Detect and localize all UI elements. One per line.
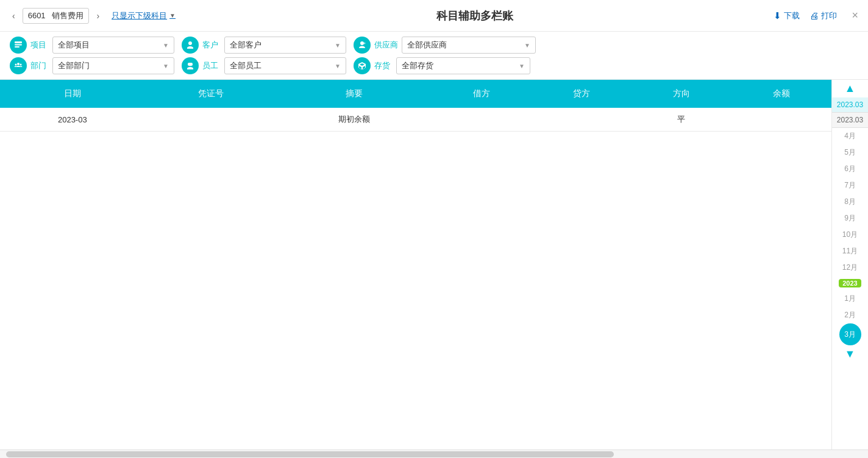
timeline-6[interactable]: 6月 — [832, 161, 868, 177]
svg-point-6 — [15, 64, 17, 66]
account-code-box: 6601 销售费用 — [23, 8, 90, 24]
employee-select[interactable]: 全部员工 ▼ — [224, 57, 346, 74]
customer-chevron-icon: ▼ — [335, 42, 341, 49]
svg-rect-0 — [15, 41, 22, 43]
table-area[interactable]: 日期 凭证号 摘要 借方 贷方 方向 余额 2023-03 期初余额 — [0, 80, 831, 449]
customer-value: 全部客户 — [230, 40, 332, 51]
employee-label: 员工 — [202, 60, 221, 71]
cell-direction: 平 — [631, 108, 731, 132]
filter-row-2: 部门 全部部门 ▼ 员工 全部员工 ▼ — [10, 57, 858, 74]
dept-icon — [10, 57, 27, 74]
cell-summary: 期初余额 — [277, 108, 432, 132]
supplier-select[interactable]: 全部供应商 ▼ — [402, 37, 536, 54]
dept-select[interactable]: 全部部门 ▼ — [52, 57, 174, 74]
account-code: 6601 销售费用 — [23, 8, 90, 24]
svg-rect-2 — [15, 46, 20, 48]
sidebar-down-btn[interactable]: ▼ — [832, 345, 868, 363]
period-header-2023-03-1[interactable]: 2023.03 — [832, 97, 868, 113]
project-label: 项目 — [30, 40, 49, 51]
show-sub-label: 只显示下级科目 — [112, 10, 167, 21]
print-label: 打印 — [821, 10, 837, 21]
table-row: 2023-03 期初余额 平 — [0, 108, 831, 132]
col-balance: 余额 — [731, 80, 831, 108]
customer-select[interactable]: 全部客户 ▼ — [224, 37, 346, 54]
main-content: 日期 凭证号 摘要 借方 贷方 方向 余额 2023-03 期初余额 — [0, 80, 868, 449]
svg-rect-1 — [15, 44, 22, 46]
svg-point-7 — [20, 64, 22, 66]
employee-value: 全部员工 — [230, 60, 332, 71]
project-select[interactable]: 全部项目 ▼ — [52, 37, 174, 54]
year-badge-label: 2023 — [839, 279, 861, 287]
bottom-scroll-thumb — [6, 451, 614, 457]
project-value: 全部项目 — [58, 40, 160, 51]
col-direction: 方向 — [631, 80, 731, 108]
inventory-value: 全部存货 — [402, 60, 516, 71]
col-credit: 贷方 — [532, 80, 631, 108]
main-window: ‹ 6601 销售费用 › 只显示下级科目 ▼ 科目辅助多栏账 ⬇ 下载 🖨 打… — [0, 0, 868, 458]
timeline-9[interactable]: 9月 — [832, 210, 868, 227]
inventory-select[interactable]: 全部存货 ▼ — [396, 57, 530, 74]
timeline-10[interactable]: 10月 — [832, 227, 868, 243]
customer-icon — [182, 37, 199, 54]
svg-rect-9 — [189, 65, 191, 66]
period-header-2023-03-2[interactable]: 2023.03 — [832, 113, 868, 128]
filter-dept: 部门 全部部门 ▼ — [10, 57, 174, 74]
supplier-chevron-icon: ▼ — [524, 42, 530, 49]
download-btn[interactable]: ⬇ 下载 — [774, 10, 800, 21]
col-summary: 摘要 — [277, 80, 432, 108]
show-sub-chevron-icon: ▼ — [169, 12, 176, 19]
project-icon — [10, 37, 27, 54]
filter-inventory: 存货 全部存货 ▼ — [354, 57, 530, 74]
print-btn[interactable]: 🖨 打印 — [809, 10, 837, 21]
bottom-scrollbar[interactable] — [0, 449, 868, 458]
filter-employee: 员工 全部员工 ▼ — [182, 57, 346, 74]
show-sub-dropdown[interactable]: 只显示下级科目 ▼ — [112, 10, 176, 21]
download-label: 下载 — [784, 10, 800, 21]
dept-label: 部门 — [30, 60, 49, 71]
supplier-value: 全部供应商 — [407, 40, 522, 51]
timeline-12[interactable]: 12月 — [832, 259, 868, 276]
close-btn[interactable]: × — [852, 9, 858, 22]
timeline-1[interactable]: 1月 — [832, 291, 868, 307]
supplier-label: 供应商 — [374, 40, 398, 51]
prev-account-btn[interactable]: ‹ — [10, 10, 18, 22]
cell-date: 2023-03 — [0, 108, 145, 132]
employee-icon — [182, 57, 199, 74]
col-debit: 借方 — [432, 80, 532, 108]
download-icon: ⬇ — [774, 10, 781, 21]
next-account-btn[interactable]: › — [94, 10, 102, 22]
customer-label: 客户 — [202, 40, 221, 51]
sidebar-up-btn[interactable]: ▲ — [832, 80, 868, 97]
print-icon: 🖨 — [809, 10, 819, 21]
page-title: 科目辅助多栏账 — [180, 9, 769, 23]
dept-chevron-icon: ▼ — [163, 63, 169, 69]
inventory-icon — [354, 57, 371, 74]
cell-voucher — [145, 108, 277, 132]
timeline-3-wrap: 3月 — [832, 323, 868, 345]
svg-point-5 — [17, 63, 20, 65]
top-bar: ‹ 6601 销售费用 › 只显示下级科目 ▼ 科目辅助多栏账 ⬇ 下载 🖨 打… — [0, 0, 868, 32]
filter-supplier: 供应商 全部供应商 ▼ — [354, 37, 536, 54]
table-header-row: 日期 凭证号 摘要 借方 贷方 方向 余额 — [0, 80, 831, 108]
cell-credit — [532, 108, 631, 132]
timeline-11[interactable]: 11月 — [832, 243, 868, 259]
timeline-4[interactable]: 4月 — [832, 128, 868, 144]
timeline-5[interactable]: 5月 — [832, 144, 868, 161]
dept-value: 全部部门 — [58, 60, 160, 71]
timeline-8[interactable]: 8月 — [832, 194, 868, 210]
svg-point-4 — [364, 43, 366, 44]
col-voucher: 凭证号 — [145, 80, 277, 108]
filter-area: 项目 全部项目 ▼ 客户 全部客户 ▼ — [0, 32, 868, 80]
supplier-icon — [354, 37, 371, 54]
timeline-3[interactable]: 3月 — [839, 323, 861, 345]
project-chevron-icon: ▼ — [163, 42, 169, 49]
timeline-2[interactable]: 2月 — [832, 307, 868, 323]
year-2023: 2023 — [832, 276, 868, 291]
top-actions: ⬇ 下载 🖨 打印 — [774, 10, 837, 21]
ledger-table: 日期 凭证号 摘要 借方 贷方 方向 余额 2023-03 期初余额 — [0, 80, 831, 132]
cell-debit — [432, 108, 532, 132]
timeline-7[interactable]: 7月 — [832, 177, 868, 194]
employee-chevron-icon: ▼ — [335, 63, 341, 69]
col-date: 日期 — [0, 80, 145, 108]
filter-project: 项目 全部项目 ▼ — [10, 37, 174, 54]
